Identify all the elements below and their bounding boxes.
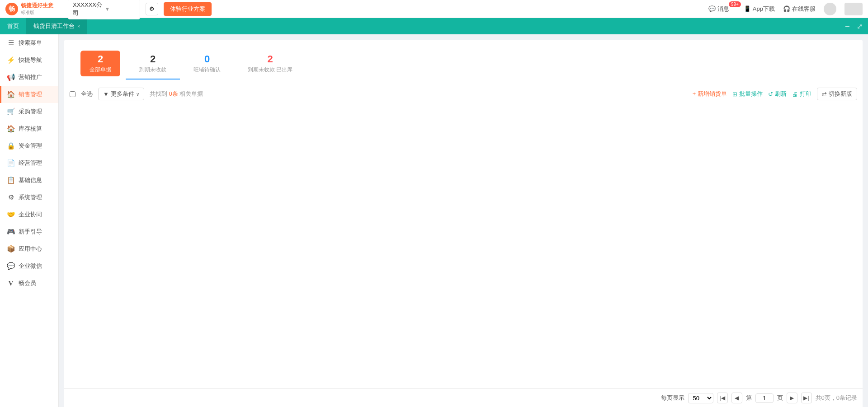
logo-text: 畅捷通好生意 标准版	[21, 2, 53, 16]
wechat-icon: 💬	[7, 262, 15, 270]
message-button[interactable]: 💬 消息 99+	[708, 5, 736, 13]
maximize-window-button[interactable]: ⤢	[855, 22, 864, 31]
app-download-button[interactable]: 📱 App下载	[744, 5, 775, 13]
quick-nav-label: 快捷导航	[19, 56, 42, 64]
next-page-button[interactable]: ▶	[787, 393, 797, 403]
app-download-label: App下载	[753, 5, 775, 13]
sidebar-item-system[interactable]: ⚙ 系统管理	[0, 189, 58, 206]
total-records-text: 共0页，0条记录	[816, 394, 857, 402]
filter-icon: ▼	[103, 91, 109, 98]
batch-operation-button[interactable]: ⊞ 批量操作	[732, 90, 763, 98]
nav-tabs-bar: 首页 钱货日清工作台 × – ⤢	[0, 18, 868, 34]
stat-tab-wangdian[interactable]: 0 旺辅待确认	[180, 49, 234, 80]
chevron-down-icon: ▼	[105, 6, 135, 12]
page-number-input[interactable]	[755, 393, 774, 403]
stat-tab-all[interactable]: 2 全部单据	[75, 49, 126, 80]
close-tab-icon[interactable]: ×	[77, 23, 80, 29]
sidebar-item-sales[interactable]: 🏠 销售管理	[0, 86, 58, 103]
sidebar-item-finance[interactable]: 🔒 资金管理	[0, 137, 58, 154]
minimize-window-button[interactable]: –	[844, 22, 851, 30]
batch-label: 批量操作	[739, 90, 763, 98]
print-label: 打印	[800, 90, 811, 98]
operations-icon: 📄	[7, 159, 15, 167]
stat-all-label: 全部单据	[90, 66, 111, 74]
filter-button[interactable]: ▼ 更多条件 ∨	[98, 88, 144, 100]
online-support-button[interactable]: 🎧 在线客服	[783, 5, 816, 13]
sidebar-item-purchase[interactable]: 🛒 采购管理	[0, 103, 58, 120]
sales-label: 销售管理	[19, 90, 42, 98]
finance-label: 资金管理	[19, 142, 42, 150]
sidebar-item-quick-nav[interactable]: ⚡ 快捷导航	[0, 51, 58, 69]
stat-wangdian-label: 旺辅待确认	[193, 66, 221, 74]
member-icon: V	[7, 280, 15, 287]
stat-overdue-number: 2	[150, 53, 156, 65]
quick-nav-icon: ⚡	[7, 56, 15, 64]
user-name-display	[844, 3, 863, 15]
sidebar-item-wechat[interactable]: 💬 企业微信	[0, 257, 58, 275]
tab-home[interactable]: 首页	[0, 18, 26, 34]
per-page-label: 每页显示	[661, 394, 684, 402]
inventory-icon: 🏠	[7, 125, 15, 133]
stat-shipped-number: 2	[268, 53, 273, 65]
prev-page-button[interactable]: ◀	[731, 393, 742, 403]
found-text: 共找到 0条 相关单据	[150, 90, 203, 98]
stat-tabs: 2 全部单据 2 到期未收款 0 旺辅待确认 2 到期未收款 已出库	[70, 45, 857, 83]
found-count: 0条	[169, 90, 178, 97]
sidebar-item-app-center[interactable]: 📦 应用中心	[0, 240, 58, 257]
stat-wangdian-number: 0	[204, 53, 210, 65]
page-suffix: 页	[777, 394, 783, 402]
logo-area: 畅 畅捷通好生意 标准版	[5, 2, 64, 16]
filter-label: 更多条件	[111, 90, 134, 98]
system-label: 系统管理	[19, 193, 42, 201]
sidebar-item-inventory[interactable]: 🏠 库存核算	[0, 120, 58, 137]
sidebar-item-base-info[interactable]: 📋 基础信息	[0, 172, 58, 189]
base-info-icon: 📋	[7, 176, 15, 184]
add-sales-order-button[interactable]: + 新增销货单	[693, 90, 727, 98]
sidebar-item-member[interactable]: V 畅会员	[0, 275, 58, 292]
select-all-checkbox[interactable]	[70, 91, 75, 97]
tab-cashflow-workbench[interactable]: 钱货日清工作台 ×	[26, 18, 87, 34]
header-actions: ⚙ 体验行业方案	[146, 2, 212, 16]
switch-version-button[interactable]: ⇄ 切换新版	[817, 88, 857, 100]
header-right: 💬 消息 99+ 📱 App下载 🎧 在线客服	[708, 3, 863, 15]
message-icon: 💬	[708, 5, 716, 12]
home-tab-label: 首页	[7, 22, 19, 30]
message-label: 消息	[717, 5, 729, 13]
inventory-label: 库存核算	[19, 125, 42, 133]
marketing-icon: 📢	[7, 73, 15, 81]
last-page-button[interactable]: ▶|	[801, 393, 812, 403]
stat-overdue-label: 到期未收款	[139, 66, 166, 74]
print-button[interactable]: 🖨 打印	[792, 90, 811, 98]
select-all-label: 全选	[81, 90, 93, 98]
sales-icon: 🏠	[7, 90, 15, 98]
per-page-select[interactable]: 50 100 200	[688, 393, 713, 403]
settings-button[interactable]: ⚙	[146, 3, 158, 15]
sidebar-item-marketing[interactable]: 📢 营销推广	[0, 69, 58, 86]
stat-tab-overdue-uncollected[interactable]: 2 到期未收款	[126, 49, 180, 80]
member-label: 畅会员	[19, 279, 36, 287]
sidebar-item-guide[interactable]: 🎮 新手引导	[0, 223, 58, 240]
refresh-icon: ↺	[768, 91, 773, 98]
avatar[interactable]	[824, 3, 836, 15]
gear-icon: ⚙	[149, 5, 155, 12]
sidebar-item-cooperation[interactable]: 🤝 企业协同	[0, 206, 58, 223]
sidebar-item-search-menu[interactable]: ☰ 搜索菜单	[0, 34, 58, 51]
operations-label: 经营管理	[19, 159, 42, 167]
active-tab-label: 钱货日清工作台	[33, 22, 75, 30]
table-area	[64, 105, 863, 388]
company-selector[interactable]: XXXXXX公司 ▼	[68, 0, 140, 19]
cooperation-icon: 🤝	[7, 211, 15, 219]
online-support-label: 在线客服	[792, 5, 816, 13]
stat-tab-overdue-shipped[interactable]: 2 到期未收款 已出库	[234, 49, 306, 80]
first-page-button[interactable]: |◀	[717, 393, 728, 403]
trial-button[interactable]: 体验行业方案	[164, 2, 212, 16]
filter-chevron-icon: ∨	[136, 92, 139, 97]
batch-icon: ⊞	[732, 91, 737, 98]
system-icon: ⚙	[7, 193, 15, 201]
wechat-label: 企业微信	[19, 262, 42, 270]
switch-icon: ⇄	[822, 91, 827, 98]
refresh-button[interactable]: ↺ 刷新	[768, 90, 787, 98]
switch-label: 切换新版	[829, 90, 852, 98]
nav-tab-right-controls: – ⤢	[844, 22, 868, 31]
sidebar-item-operations[interactable]: 📄 经营管理	[0, 154, 58, 172]
